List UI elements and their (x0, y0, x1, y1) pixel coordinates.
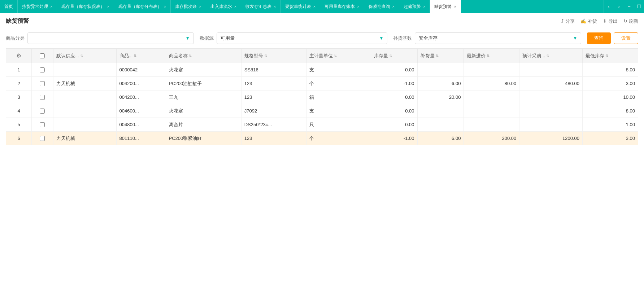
row-est-purchase-2: 480.00 (519, 77, 583, 90)
th-checkbox (32, 49, 53, 63)
th-replenish-qty: 补货量 ⇅ (417, 49, 464, 63)
row-num-3: 3 (6, 90, 32, 104)
category-select[interactable]: ▼ (27, 32, 194, 44)
row-product-name-2: PC200油缸缸子 (166, 77, 241, 90)
table-row: 4 004600... 火花塞 J7092 支 0.00 8.00 (6, 104, 638, 118)
th-settings: ⚙ (6, 49, 32, 63)
tab-close-order-stats[interactable]: × (313, 4, 316, 9)
replenish-base-chevron-icon: ▼ (573, 36, 577, 41)
tab-minimize[interactable]: − (624, 0, 634, 13)
row-select-5[interactable] (40, 122, 45, 127)
row-select-6[interactable] (40, 136, 45, 141)
row-stock-1: 0.00 (371, 63, 417, 77)
th-stock: 库存量 ⇅ (371, 49, 417, 63)
row-select-1[interactable] (40, 67, 45, 72)
replenish-base-value: 安全库存 (419, 35, 438, 41)
row-checkbox-5[interactable] (32, 118, 53, 132)
tab-nav-prev[interactable]: ‹ (604, 0, 614, 13)
query-button[interactable]: 查询 (587, 32, 611, 44)
tab-maximize[interactable]: ☐ (634, 0, 644, 13)
replenish-base-select[interactable]: 安全库存 ▼ (415, 32, 581, 44)
tab-order-stats[interactable]: 要货单统计表 × (281, 0, 320, 13)
share-button[interactable]: ⤴ 分享 (561, 18, 575, 25)
row-latest-price-5 (464, 118, 519, 132)
tab-close-stock-dist[interactable]: × (164, 4, 166, 9)
tab-shortage[interactable]: 缺货预警 × (430, 0, 461, 13)
filter-actions: 查询 设置 (587, 32, 638, 44)
tab-close-flow[interactable]: × (234, 4, 236, 9)
tab-close-available[interactable]: × (357, 4, 359, 9)
row-checkbox-1[interactable] (32, 63, 53, 77)
table-header-row: ⚙ 默认供应... ⇅ 商品... ⇅ (6, 49, 638, 63)
datasource-value: 可用量 (221, 35, 235, 41)
tab-close-expiry[interactable]: × (392, 4, 395, 9)
th-latest-price: 最新进价 ⇅ (464, 49, 519, 63)
refresh-button[interactable]: ↻ 刷新 (623, 18, 638, 25)
row-product-code-1: 0000042 (116, 63, 166, 77)
table-body: 1 0000042 火花塞 SS816 支 0.00 8.00 2 力天机械 0… (6, 63, 638, 145)
row-product-code-5: 004800... (116, 118, 166, 132)
tab-close-abnormal[interactable]: × (50, 4, 52, 9)
tab-close-shortage[interactable]: × (454, 4, 456, 9)
replenish-button[interactable]: ✍ 补货 (580, 18, 597, 25)
row-select-4[interactable] (40, 109, 45, 114)
row-spec-2: 123 (241, 77, 306, 90)
row-checkbox-4[interactable] (32, 104, 53, 118)
category-label: 商品分类 (6, 35, 25, 41)
row-latest-price-2: 80.00 (464, 77, 519, 90)
row-spec-6: 123 (241, 132, 306, 145)
datasource-select[interactable]: 可用量 ▼ (217, 32, 388, 44)
row-replenish-qty-3: 20.00 (417, 90, 464, 104)
tab-stock-status[interactable]: 现存量（库存状况表） × (57, 0, 114, 13)
row-unit-4: 支 (306, 104, 371, 118)
refresh-icon: ↻ (623, 18, 627, 24)
gear-icon[interactable]: ⚙ (15, 52, 22, 59)
table-row: 6 力天机械 801110... PC200张紧油缸 123 个 -1.00 6… (6, 132, 638, 145)
tab-stock-dist[interactable]: 现存量（库存分布表） × (114, 0, 171, 13)
row-select-3[interactable] (40, 95, 45, 100)
row-spec-1: SS816 (241, 63, 306, 77)
table-row: 5 004800... 离合片 DS250*23c... 只 0.00 1.00 (6, 118, 638, 132)
tab-available[interactable]: 可用量库存账本 × (320, 0, 364, 13)
row-product-code-3: 004200... (116, 90, 166, 104)
tab-close-summary[interactable]: × (274, 4, 276, 9)
th-min-stock: 最低库存 ⇅ (583, 49, 638, 63)
row-checkbox-3[interactable] (32, 90, 53, 104)
tab-close-batch[interactable]: × (199, 4, 201, 9)
tab-flow[interactable]: 出入库流水 × (206, 0, 241, 13)
settings-button[interactable]: 设置 (614, 32, 638, 44)
replenish-icon: ✍ (580, 18, 586, 24)
tab-home[interactable]: 首页 (0, 0, 18, 13)
row-checkbox-6[interactable] (32, 132, 53, 145)
row-est-purchase-6: 1200.00 (519, 132, 583, 145)
filter-datasource-group: 数据源 可用量 ▼ (200, 32, 388, 44)
row-product-code-6: 801110... (116, 132, 166, 145)
data-table: ⚙ 默认供应... ⇅ 商品... ⇅ (6, 48, 638, 145)
tab-nav-next[interactable]: › (614, 0, 624, 13)
row-stock-4: 0.00 (371, 104, 417, 118)
tab-batch[interactable]: 库存批次账 × (171, 0, 206, 13)
row-product-name-4: 火花塞 (166, 104, 241, 118)
row-supplier-5 (53, 118, 116, 132)
filter-replenish-base-group: 补货基数 安全库存 ▼ (393, 32, 581, 44)
tab-close-overstock[interactable]: × (423, 4, 425, 9)
row-checkbox-2[interactable] (32, 77, 53, 90)
tab-abnormal[interactable]: 拣货异常处理 × (18, 0, 57, 13)
filter-category-group: 商品分类 ▼ (6, 32, 194, 44)
row-est-purchase-1 (519, 63, 583, 77)
th-spec: 规格型号 ⇅ (241, 49, 306, 63)
tab-bar: 首页 拣货异常处理 × 现存量（库存状况表） × 现存量（库存分布表） × 库存… (0, 0, 644, 13)
row-select-2[interactable] (40, 81, 45, 86)
row-replenish-qty-6: 6.00 (417, 132, 464, 145)
row-est-purchase-5 (519, 118, 583, 132)
th-supplier: 默认供应... ⇅ (53, 49, 116, 63)
tab-close-stock-status[interactable]: × (107, 4, 109, 9)
select-all-checkbox[interactable] (40, 53, 45, 58)
row-num-2: 2 (6, 77, 32, 90)
row-spec-3: 123 (241, 90, 306, 104)
row-num-5: 5 (6, 118, 32, 132)
export-button[interactable]: ⇓ 导出 (603, 18, 618, 25)
tab-overstock[interactable]: 超储预警 × (399, 0, 430, 13)
tab-expiry[interactable]: 保质期查询 × (364, 0, 399, 13)
tab-summary[interactable]: 收发存汇总表 × (241, 0, 280, 13)
